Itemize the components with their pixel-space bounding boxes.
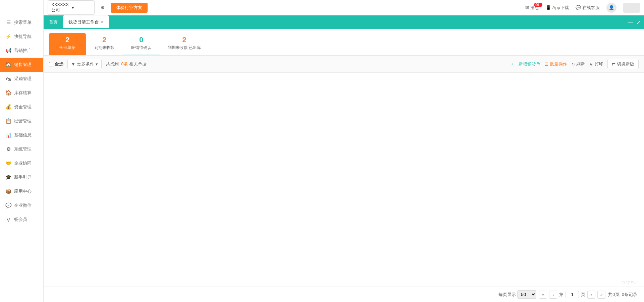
sidebar-label-purchase-mgmt: 采购管理 — [14, 76, 32, 82]
select-all-label: 全选 — [55, 61, 63, 67]
stat-tab-pending[interactable]: 0 旺铺待确认 — [123, 33, 160, 55]
wechat-icon: 💬 — [5, 202, 11, 208]
avatar[interactable]: 👤 — [606, 3, 616, 13]
sys-mgmt-icon: ⚙ — [5, 146, 11, 152]
refresh-button[interactable]: ↻ 刷新 — [571, 61, 585, 67]
main-content: 2 全部单据 2 到期未收款 0 旺铺待确认 2 到期未收款 已出库 全选 — [44, 29, 644, 302]
guide-icon: 🎓 — [5, 174, 11, 180]
add-sale-label: + 新增销货单 — [515, 61, 540, 67]
username-area[interactable] — [623, 3, 640, 13]
message-badge: 99+ — [534, 3, 542, 7]
operations-icon: 📋 — [5, 118, 11, 124]
last-page-button[interactable]: » — [597, 291, 605, 299]
app-download-button[interactable]: 📱 App下载 — [546, 5, 569, 11]
switch-version-button[interactable]: ⇄ 切换新版 — [607, 59, 639, 69]
tab-minimize-btn[interactable]: — — [628, 19, 633, 25]
toolbar: 全选 ▼ 更多条件 ▾ 共找到 0条 相关单据 + + 新增销货单 — [44, 56, 644, 73]
prev-page-button[interactable]: ‹ — [549, 291, 557, 299]
sidebar-item-base-info[interactable]: 📊 基础信息 — [0, 128, 43, 142]
filter-button[interactable]: ▼ 更多条件 ▾ — [67, 59, 102, 69]
sidebar-item-member[interactable]: V 畅会员 — [0, 213, 43, 227]
tab-qianghuo-label: 钱货日清工作台 — [68, 19, 99, 25]
found-suffix: 相关单据 — [129, 61, 147, 66]
sidebar-item-search-menu[interactable]: ☰ 搜索菜单 — [0, 15, 43, 29]
print-label: 打印 — [595, 61, 603, 67]
tab-close-icon[interactable]: × — [101, 20, 103, 24]
company-name: XXXXXX公司 — [51, 2, 70, 13]
stat-tab-overdue[interactable]: 2 到期未收款 — [86, 33, 123, 55]
sidebar-label-search-menu: 搜索菜单 — [14, 19, 32, 25]
company-selector[interactable]: XXXXXX公司 ▾ — [48, 0, 95, 15]
marketing-icon: 📢 — [5, 48, 11, 54]
first-page-button[interactable]: « — [539, 291, 547, 299]
app-download-label: App下载 — [552, 5, 569, 11]
sidebar-label-member: 畅会员 — [14, 217, 27, 223]
settings-button[interactable]: ⚙ — [97, 2, 108, 13]
found-count: 0条 — [121, 61, 128, 66]
sidebar-label-base-info: 基础信息 — [14, 132, 32, 138]
header-right: ✉ 消息 99+ 📱 App下载 💬 在线客服 👤 — [525, 3, 640, 13]
per-page-label: 每页显示 — [498, 292, 516, 298]
sidebar-label-app-center: 应用中心 — [14, 188, 32, 194]
messages-button[interactable]: ✉ 消息 99+ — [525, 5, 539, 11]
page-total: 共0页, 0条记录 — [608, 292, 637, 298]
tabs-right-controls: — ⤢ — [628, 19, 644, 25]
tab-expand-btn[interactable]: ⤢ — [636, 19, 641, 25]
base-info-icon: 📊 — [5, 132, 11, 138]
print-icon: 🖨 — [589, 62, 593, 67]
tab-qianghuo[interactable]: 钱货日清工作台 × — [63, 15, 109, 29]
table-area — [44, 73, 644, 240]
stat-tab-all[interactable]: 2 全部单据 — [49, 33, 86, 55]
pagination-bar: 每页显示 10 20 50 100 « ‹ 第 页 › » 共0页, 0条记录 — [44, 287, 644, 302]
switch-icon: ⇄ — [612, 62, 615, 67]
sidebar-label-guide: 新手引导 — [14, 174, 32, 180]
inventory-icon: 🏠 — [5, 90, 11, 96]
sidebar-item-inventory[interactable]: 🏠 库存核算 — [0, 86, 43, 100]
sidebar: ☰ 搜索菜单 ⚡ 快捷导航 📢 营销推广 🏠 销售管理 🛍 采购管理 🏠 库存核… — [0, 0, 44, 302]
sidebar-item-marketing[interactable]: 📢 营销推广 — [0, 44, 43, 58]
page-size-select: 每页显示 10 20 50 100 — [498, 290, 536, 299]
tab-home[interactable]: 首页 — [44, 15, 63, 29]
sidebar-item-purchase-mgmt[interactable]: 🛍 采购管理 — [0, 72, 43, 86]
add-sale-button[interactable]: + + 新增销货单 — [511, 61, 540, 67]
mobile-icon: 📱 — [546, 5, 551, 10]
stat-num-all: 2 — [65, 36, 69, 44]
sidebar-item-sys-mgmt[interactable]: ⚙ 系统管理 — [0, 142, 43, 156]
sidebar-item-wechat[interactable]: 💬 企业微信 — [0, 198, 43, 213]
stat-num-overdue: 2 — [102, 36, 106, 44]
stat-label-overdue: 到期未收款 — [94, 45, 114, 51]
select-all-checkbox[interactable] — [49, 62, 53, 66]
content-area: 2 全部单据 2 到期未收款 0 旺铺待确认 2 到期未收款 已出库 全选 — [44, 29, 644, 302]
per-page-dropdown[interactable]: 10 20 50 100 — [517, 290, 536, 299]
filter-icon: ▼ — [71, 62, 75, 67]
sidebar-item-guide[interactable]: 🎓 新手引导 — [0, 170, 43, 184]
sidebar-label-quick-nav: 快捷导航 — [14, 34, 32, 40]
sidebar-item-app-center[interactable]: 📦 应用中心 — [0, 184, 43, 198]
sidebar-item-sales-mgmt[interactable]: 🏠 销售管理 — [0, 58, 43, 72]
stat-tab-overdue-shipped[interactable]: 2 到期未收款 已出库 — [160, 33, 209, 55]
tabs-bar: 首页 钱货日清工作台 × — ⤢ — [44, 15, 644, 29]
online-service-label: 在线客服 — [582, 5, 600, 11]
filter-dropdown-icon: ▾ — [96, 62, 98, 67]
print-button[interactable]: 🖨 打印 — [589, 61, 603, 67]
online-service-button[interactable]: 💬 在线客服 — [576, 5, 600, 11]
page-number-input[interactable] — [566, 291, 579, 298]
found-text: 共找到 0条 相关单据 — [106, 61, 147, 67]
select-all-area[interactable]: 全选 — [49, 61, 63, 67]
sidebar-item-cooperation[interactable]: 🤝 企业协同 — [0, 156, 43, 170]
next-page-button[interactable]: › — [587, 291, 595, 299]
sidebar-item-finance[interactable]: 💰 资金管理 — [0, 100, 43, 114]
quick-nav-icon: ⚡ — [5, 34, 11, 40]
sidebar-label-sys-mgmt: 系统管理 — [14, 146, 32, 152]
company-dropdown-icon: ▾ — [72, 5, 91, 10]
service-icon: 💬 — [576, 5, 581, 10]
sidebar-item-operations[interactable]: 📋 经营管理 — [0, 114, 43, 128]
batch-ops-button[interactable]: ☰ 批量操作 — [544, 61, 567, 67]
sidebar-label-finance: 资金管理 — [14, 104, 32, 110]
experience-button[interactable]: 体验行业方案 — [111, 3, 148, 13]
avatar-icon: 👤 — [609, 5, 614, 10]
message-icon: ✉ — [525, 5, 529, 10]
stat-label-overdue-shipped: 到期未收款 已出库 — [168, 45, 201, 51]
sidebar-item-quick-nav[interactable]: ⚡ 快捷导航 — [0, 29, 43, 44]
top-header: 6 畅捷通好生意 标准版 XXXXXX公司 ▾ ⚙ 体验行业方案 ✉ 消息 99… — [0, 0, 644, 15]
